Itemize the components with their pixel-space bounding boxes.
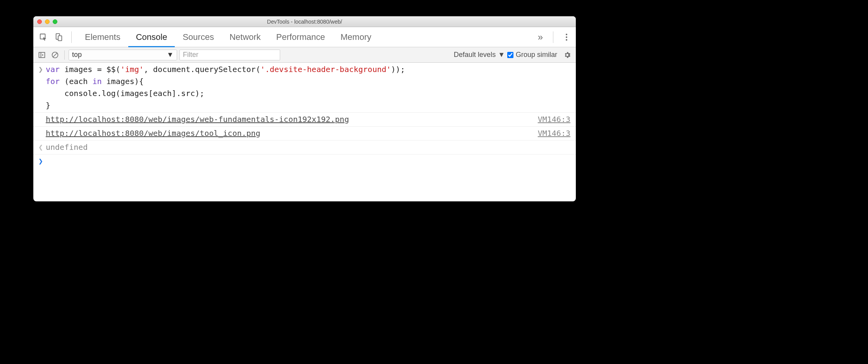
tabs-overflow-button[interactable]: » bbox=[533, 32, 548, 43]
log-source-link[interactable]: VM146:3 bbox=[538, 127, 573, 139]
console-log-row: http://localhost:8080/web/images/tool_ic… bbox=[33, 127, 576, 141]
console-result-value: undefined bbox=[46, 141, 573, 153]
input-chevron-icon: ❯ bbox=[36, 64, 46, 112]
console-output[interactable]: ❯ var images = $$('img', document.queryS… bbox=[33, 63, 576, 201]
tab-performance[interactable]: Performance bbox=[269, 27, 333, 47]
clear-console-icon[interactable] bbox=[50, 50, 60, 60]
chevron-down-icon: ▼ bbox=[498, 51, 505, 59]
log-levels-label: Default levels bbox=[454, 51, 496, 59]
console-input-code: var images = $$('img', document.querySel… bbox=[46, 64, 573, 112]
tab-console[interactable]: Console bbox=[128, 27, 175, 47]
console-log-row: http://localhost:8080/web/images/web-fun… bbox=[33, 113, 576, 127]
group-similar-checkbox[interactable]: Group similar bbox=[507, 51, 557, 59]
console-log-message: http://localhost:8080/web/images/web-fun… bbox=[46, 113, 538, 125]
settings-gear-icon[interactable] bbox=[562, 50, 573, 60]
separator bbox=[553, 31, 553, 43]
context-selector-label: top bbox=[72, 51, 82, 59]
panel-tabs: Elements Console Sources Network Perform… bbox=[77, 27, 532, 47]
minimize-icon[interactable] bbox=[45, 19, 50, 24]
result-chevron-icon: ❮ bbox=[36, 141, 46, 153]
console-prompt-input[interactable] bbox=[46, 155, 573, 167]
console-result-row: ❮ undefined bbox=[33, 141, 576, 155]
toggle-sidebar-icon[interactable] bbox=[36, 50, 47, 60]
close-icon[interactable] bbox=[37, 19, 42, 24]
tab-elements[interactable]: Elements bbox=[77, 27, 128, 47]
titlebar: DevTools - localhost:8080/web/ bbox=[33, 16, 576, 27]
context-selector[interactable]: top ▼ bbox=[69, 50, 177, 60]
prompt-chevron-icon: ❯ bbox=[36, 155, 46, 167]
svg-marker-5 bbox=[42, 54, 43, 56]
svg-line-7 bbox=[53, 53, 57, 57]
more-menu-icon[interactable] bbox=[560, 34, 573, 41]
zoom-icon[interactable] bbox=[53, 19, 57, 24]
separator bbox=[64, 50, 65, 60]
log-levels-dropdown[interactable]: Default levels ▼ bbox=[454, 51, 505, 59]
console-toolbar: top ▼ Default levels ▼ Group similar bbox=[33, 47, 576, 63]
log-source-link[interactable]: VM146:3 bbox=[538, 113, 573, 125]
traffic-lights bbox=[37, 19, 57, 24]
svg-rect-3 bbox=[39, 52, 45, 57]
window-title: DevTools - localhost:8080/web/ bbox=[33, 19, 576, 25]
filter-input[interactable] bbox=[179, 50, 280, 60]
tab-network[interactable]: Network bbox=[222, 27, 269, 47]
chevron-down-icon: ▼ bbox=[167, 51, 174, 59]
group-similar-input[interactable] bbox=[507, 52, 513, 58]
svg-rect-2 bbox=[58, 36, 62, 41]
inspect-element-icon[interactable] bbox=[36, 30, 50, 44]
tab-memory[interactable]: Memory bbox=[333, 27, 379, 47]
log-url-link[interactable]: http://localhost:8080/web/images/web-fun… bbox=[46, 115, 349, 124]
group-similar-label: Group similar bbox=[516, 51, 557, 59]
separator bbox=[71, 31, 72, 43]
devtools-window: DevTools - localhost:8080/web/ Elements … bbox=[33, 16, 576, 201]
console-input-row: ❯ var images = $$('img', document.queryS… bbox=[33, 63, 576, 113]
tabbar: Elements Console Sources Network Perform… bbox=[33, 27, 576, 47]
log-url-link[interactable]: http://localhost:8080/web/images/tool_ic… bbox=[46, 129, 260, 138]
tab-sources[interactable]: Sources bbox=[175, 27, 222, 47]
console-log-message: http://localhost:8080/web/images/tool_ic… bbox=[46, 127, 538, 139]
console-prompt-row[interactable]: ❯ bbox=[33, 155, 576, 168]
device-toggle-icon[interactable] bbox=[52, 30, 66, 44]
